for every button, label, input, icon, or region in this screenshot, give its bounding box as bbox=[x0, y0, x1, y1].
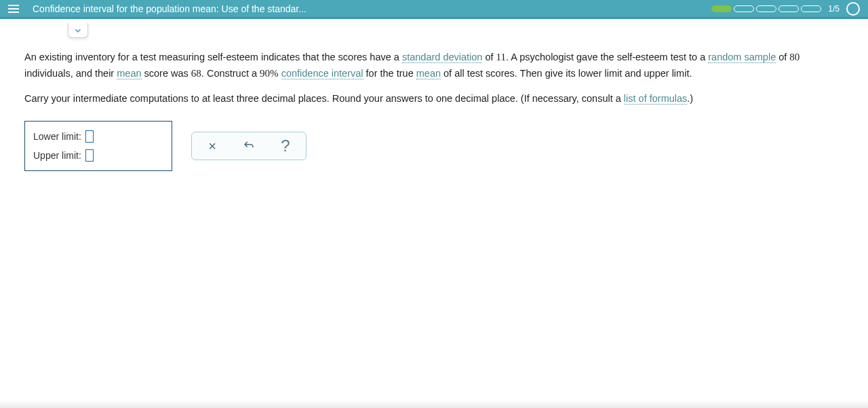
content-area: An existing inventory for a test measuri… bbox=[0, 19, 868, 185]
page-title: Confidence interval for the population m… bbox=[33, 3, 307, 14]
progress-bar bbox=[711, 5, 821, 12]
reset-button[interactable] bbox=[241, 138, 257, 154]
text-segment: Carry your intermediate computations to … bbox=[24, 93, 624, 104]
problem-paragraph-2: Carry your intermediate computations to … bbox=[24, 91, 844, 107]
control-box: × ? bbox=[191, 132, 307, 160]
progress-segment-2 bbox=[734, 5, 754, 12]
x-icon: × bbox=[208, 135, 216, 157]
upper-limit-line: Upper limit: bbox=[33, 146, 163, 165]
value-mean: 68 bbox=[191, 68, 201, 79]
text-segment: An existing inventory for a test measuri… bbox=[24, 52, 402, 62]
question-icon: ? bbox=[281, 133, 290, 159]
link-mean-2[interactable]: mean bbox=[416, 68, 441, 79]
text-segment: score was bbox=[142, 68, 191, 79]
chevron-down-icon bbox=[73, 26, 83, 35]
clear-button[interactable]: × bbox=[204, 138, 220, 154]
text-segment: . Construct a bbox=[201, 68, 260, 79]
progress-segment-4 bbox=[778, 5, 799, 12]
header-right: 1/5 bbox=[711, 2, 860, 16]
circle-icon[interactable] bbox=[846, 2, 860, 16]
progress-text: 1/5 bbox=[828, 4, 840, 14]
upper-limit-label: Upper limit: bbox=[33, 148, 81, 163]
header-bar: Confidence interval for the population m… bbox=[0, 0, 868, 19]
lower-limit-input[interactable] bbox=[85, 130, 94, 143]
answer-row: Lower limit: Upper limit: × ? bbox=[24, 121, 844, 172]
progress-segment-3 bbox=[756, 5, 776, 12]
upper-limit-input[interactable] bbox=[85, 149, 94, 162]
link-list-of-formulas[interactable]: list of formulas bbox=[624, 93, 687, 105]
text-segment: of bbox=[482, 52, 496, 62]
progress-segment-5 bbox=[801, 5, 821, 12]
text-segment: of bbox=[776, 52, 789, 62]
problem-paragraph-1: An existing inventory for a test measuri… bbox=[24, 49, 844, 81]
hamburger-menu-icon[interactable] bbox=[8, 5, 19, 13]
value-sd: 11 bbox=[496, 52, 506, 62]
value-confidence: 90% bbox=[260, 68, 279, 79]
undo-icon bbox=[243, 140, 255, 152]
text-segment: for the true bbox=[363, 68, 416, 79]
answer-box: Lower limit: Upper limit: bbox=[24, 121, 172, 172]
progress-segment-1 bbox=[711, 5, 732, 12]
link-random-sample[interactable]: random sample bbox=[708, 52, 776, 63]
link-confidence-interval[interactable]: confidence interval bbox=[281, 68, 363, 79]
lower-limit-line: Lower limit: bbox=[33, 127, 163, 146]
text-segment: . A psychologist gave the self-esteem te… bbox=[506, 52, 708, 62]
lower-limit-label: Lower limit: bbox=[33, 129, 81, 144]
collapse-toggle[interactable] bbox=[68, 23, 88, 38]
text-segment: individuals, and their bbox=[24, 68, 117, 79]
text-segment: .) bbox=[687, 93, 693, 104]
help-button[interactable]: ? bbox=[277, 138, 294, 154]
header-left: Confidence interval for the population m… bbox=[8, 3, 307, 14]
text-segment: of all test scores. Then give its lower … bbox=[441, 68, 692, 79]
link-mean-1[interactable]: mean bbox=[117, 68, 141, 79]
value-n: 80 bbox=[789, 52, 800, 62]
link-standard-deviation[interactable]: standard deviation bbox=[402, 52, 483, 63]
